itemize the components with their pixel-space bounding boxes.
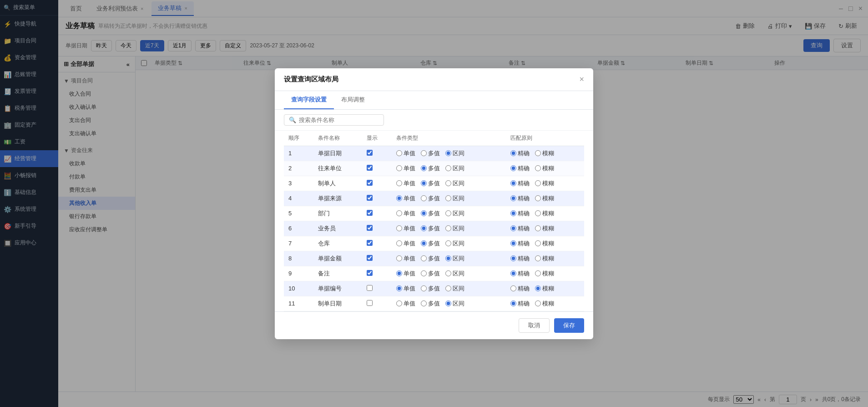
type-radio-单值[interactable]: 单值: [396, 239, 415, 248]
cell-match: 精确模糊: [506, 221, 584, 236]
cell-name: 制单人: [313, 176, 362, 191]
type-radio-区间[interactable]: 区间: [445, 194, 464, 203]
dialog-tab-query-fields-label: 查询字段设置: [291, 96, 327, 103]
type-radio-区间[interactable]: 区间: [445, 254, 464, 263]
cell-name: 单据金额: [313, 251, 362, 266]
dialog-table-row: 4单据来源单值多值区间精确模糊: [284, 191, 584, 206]
type-radio-单值[interactable]: 单值: [396, 149, 415, 158]
cell-name: 部门: [313, 206, 362, 221]
dialog-close-button[interactable]: ×: [579, 75, 584, 84]
search-input-wrap: 🔍: [284, 114, 384, 126]
type-radio-多值[interactable]: 多值: [421, 209, 440, 218]
dialog-tab-query-fields[interactable]: 查询字段设置: [284, 91, 334, 109]
match-radio-精确[interactable]: 精确: [510, 194, 530, 203]
type-radio-多值[interactable]: 多值: [421, 300, 440, 308]
dialog-title: 设置查询区域布局: [284, 75, 338, 84]
type-radio-单值[interactable]: 单值: [396, 270, 415, 278]
match-radio-模糊[interactable]: 模糊: [535, 239, 554, 248]
match-radio-模糊[interactable]: 模糊: [535, 224, 554, 233]
match-radio-精确[interactable]: 精确: [510, 285, 530, 293]
match-radio-模糊[interactable]: 模糊: [535, 285, 554, 293]
cell-type: 单值多值区间: [392, 161, 506, 176]
type-radio-单值[interactable]: 单值: [396, 224, 415, 233]
match-radio-模糊[interactable]: 模糊: [535, 179, 554, 188]
type-radio-多值[interactable]: 多值: [421, 194, 440, 203]
dialog-header: 设置查询区域布局 ×: [275, 68, 593, 91]
type-radio-单值[interactable]: 单值: [396, 285, 415, 293]
match-radio-精确[interactable]: 精确: [510, 164, 530, 173]
type-radio-区间[interactable]: 区间: [445, 300, 464, 308]
display-checkbox[interactable]: [367, 225, 373, 231]
display-checkbox[interactable]: [367, 195, 373, 201]
cell-match: 精确模糊: [506, 266, 584, 281]
dialog-save-button[interactable]: 保存: [554, 318, 584, 333]
cell-display: [362, 206, 392, 221]
type-radio-区间[interactable]: 区间: [445, 224, 464, 233]
display-checkbox[interactable]: [367, 150, 373, 156]
type-radio-区间[interactable]: 区间: [445, 239, 464, 248]
type-radio-区间[interactable]: 区间: [445, 285, 464, 293]
type-radio-区间[interactable]: 区间: [445, 149, 464, 158]
cell-type: 单值多值区间: [392, 266, 506, 281]
match-radio-精确[interactable]: 精确: [510, 300, 530, 308]
cell-type: 单值多值区间: [392, 221, 506, 236]
type-radio-区间[interactable]: 区间: [445, 209, 464, 218]
display-checkbox[interactable]: [367, 285, 373, 291]
dialog-cancel-button[interactable]: 取消: [519, 318, 550, 333]
dialog-table-wrap: 顺序 条件名称 显示 条件类型 匹配原则 1单据日期单值多值区间精确模糊2往来单…: [275, 131, 593, 311]
type-radio-区间[interactable]: 区间: [445, 164, 464, 173]
dialog-search-icon: 🔍: [289, 117, 296, 123]
cell-type: 单值多值区间: [392, 146, 506, 161]
type-radio-多值[interactable]: 多值: [421, 149, 440, 158]
type-radio-多值[interactable]: 多值: [421, 224, 440, 233]
match-radio-精确[interactable]: 精确: [510, 179, 530, 188]
cell-match: 精确模糊: [506, 176, 584, 191]
type-radio-区间[interactable]: 区间: [445, 270, 464, 278]
type-radio-单值[interactable]: 单值: [396, 164, 415, 173]
match-radio-精确[interactable]: 精确: [510, 209, 530, 218]
type-radio-单值[interactable]: 单值: [396, 194, 415, 203]
match-radio-精确[interactable]: 精确: [510, 149, 530, 158]
match-radio-模糊[interactable]: 模糊: [535, 149, 554, 158]
type-radio-多值[interactable]: 多值: [421, 285, 440, 293]
display-checkbox[interactable]: [367, 180, 373, 186]
type-radio-多值[interactable]: 多值: [421, 164, 440, 173]
match-radio-模糊[interactable]: 模糊: [535, 194, 554, 203]
dialog-table-row: 3制单人单值多值区间精确模糊: [284, 176, 584, 191]
dialog-tab-layout[interactable]: 布局调整: [334, 91, 372, 109]
dialog-search: 🔍: [275, 110, 593, 131]
dialog-search-input[interactable]: [299, 117, 379, 123]
th-condition-name: 条件名称: [313, 131, 362, 146]
cell-display: [362, 221, 392, 236]
match-radio-模糊[interactable]: 模糊: [535, 164, 554, 173]
type-radio-单值[interactable]: 单值: [396, 300, 415, 308]
cell-display: [362, 161, 392, 176]
display-checkbox[interactable]: [367, 240, 373, 246]
display-checkbox[interactable]: [367, 270, 373, 276]
match-radio-精确[interactable]: 精确: [510, 239, 530, 248]
type-radio-区间[interactable]: 区间: [445, 179, 464, 188]
match-radio-模糊[interactable]: 模糊: [535, 270, 554, 278]
match-radio-模糊[interactable]: 模糊: [535, 300, 554, 308]
display-checkbox[interactable]: [367, 255, 373, 261]
display-checkbox[interactable]: [367, 300, 373, 306]
display-checkbox[interactable]: [367, 210, 373, 216]
match-radio-精确[interactable]: 精确: [510, 224, 530, 233]
match-radio-模糊[interactable]: 模糊: [535, 209, 554, 218]
type-radio-多值[interactable]: 多值: [421, 179, 440, 188]
match-radio-精确[interactable]: 精确: [510, 270, 530, 278]
type-radio-单值[interactable]: 单值: [396, 254, 415, 263]
type-radio-多值[interactable]: 多值: [421, 270, 440, 278]
display-checkbox[interactable]: [367, 165, 373, 171]
cell-match: 精确模糊: [506, 191, 584, 206]
match-radio-模糊[interactable]: 模糊: [535, 254, 554, 263]
type-radio-单值[interactable]: 单值: [396, 179, 415, 188]
type-radio-单值[interactable]: 单值: [396, 209, 415, 218]
type-radio-多值[interactable]: 多值: [421, 254, 440, 263]
cell-name: 往来单位: [313, 161, 362, 176]
type-radio-多值[interactable]: 多值: [421, 239, 440, 248]
cell-type: 单值多值区间: [392, 296, 506, 311]
cell-type: 单值多值区间: [392, 251, 506, 266]
th-condition-type: 条件类型: [392, 131, 506, 146]
match-radio-精确[interactable]: 精确: [510, 254, 530, 263]
